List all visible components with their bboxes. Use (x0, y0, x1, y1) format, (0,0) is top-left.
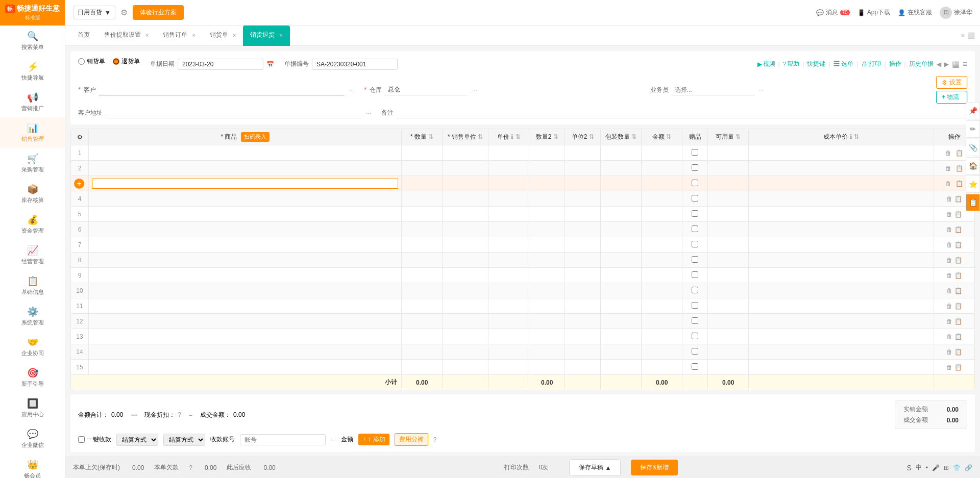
row-2-price[interactable] (488, 161, 529, 176)
status-icon-5[interactable]: ⊞ (944, 464, 949, 471)
row-1-price[interactable] (488, 145, 529, 161)
operation-action[interactable]: 操作 (889, 60, 901, 68)
row-1-amount[interactable] (642, 145, 682, 161)
salesperson-input[interactable] (672, 85, 754, 95)
status-icon-6[interactable]: 👕 (953, 464, 961, 471)
row-4-gift-checkbox[interactable] (692, 195, 698, 202)
row-1-qty[interactable] (402, 145, 443, 161)
note-input[interactable] (397, 108, 967, 118)
docnum-input[interactable] (312, 59, 398, 70)
row-2-qty[interactable] (402, 161, 443, 176)
float-icon-2[interactable]: ✏ (966, 120, 980, 138)
user-item[interactable]: 用 徐泽华 (940, 7, 972, 19)
row-2-qty2[interactable] (529, 161, 565, 176)
th-pack-qty-sort[interactable]: ⇅ (631, 133, 636, 140)
status-icon-3[interactable]: • (926, 464, 928, 471)
th-qty-sort[interactable]: ⇅ (428, 133, 433, 140)
row-1-pack-qty[interactable] (601, 145, 642, 161)
float-icon-1[interactable]: 📌 (966, 102, 980, 119)
float-icon-3[interactable]: 📎 (966, 139, 980, 156)
th-unit2-sort[interactable]: ⇅ (589, 133, 594, 140)
sidebar-item-operations[interactable]: 📈 经营管理 (0, 240, 65, 270)
float-icon-5[interactable]: ⭐ (966, 175, 980, 193)
row-12-copy[interactable]: 📋 (954, 318, 962, 325)
row-2-delete-icon[interactable]: 🗑 (945, 165, 951, 172)
row-10-delete[interactable]: 🗑 (946, 287, 952, 294)
sidebar-item-purchase[interactable]: 🛒 采购管理 (0, 148, 65, 179)
row-2-available[interactable] (708, 161, 749, 176)
float-icon-4[interactable]: 🏠 (966, 157, 980, 174)
select-action[interactable]: ☰ 选单 (834, 60, 853, 68)
row-4-delete[interactable]: 🗑 (946, 195, 952, 203)
prev-doc-icon[interactable]: ◀ (937, 61, 941, 68)
table-gear-icon[interactable]: ⚙ (77, 134, 83, 141)
sidebar-item-system[interactable]: ⚙️ 系统管理 (0, 301, 65, 332)
row-7-delete[interactable]: 🗑 (946, 241, 952, 248)
status-icon-4[interactable]: 🎤 (932, 464, 940, 471)
salesperson-ellipsis[interactable]: ··· (759, 86, 764, 93)
row-6-delete[interactable]: 🗑 (946, 226, 952, 233)
account-input[interactable] (240, 434, 326, 445)
row-13-gift-checkbox[interactable] (692, 333, 698, 339)
row-15-delete[interactable]: 🗑 (946, 364, 952, 371)
row-3-copy-icon[interactable]: 📋 (955, 180, 963, 187)
radio-return[interactable]: 退货单 (113, 57, 140, 66)
tab-close-all-icon[interactable]: × (961, 32, 965, 39)
row-3-price[interactable] (488, 176, 529, 191)
tab-maximize-icon[interactable]: ⬜ (967, 32, 975, 39)
row-3-unit[interactable] (443, 176, 488, 191)
row-1-copy-icon[interactable]: 📋 (955, 149, 963, 157)
tab-sales-delivery-close[interactable]: × (233, 32, 236, 38)
row-8-gift-checkbox[interactable] (692, 256, 698, 263)
warehouse-input[interactable] (385, 85, 468, 95)
row-12-delete[interactable]: 🗑 (946, 318, 952, 325)
sidebar-item-wechat[interactable]: 💬 企业微信 (0, 423, 65, 454)
row-3-pack-qty[interactable] (601, 176, 642, 191)
row-8-copy[interactable]: 📋 (954, 257, 962, 264)
th-available-sort[interactable]: ⇅ (736, 133, 741, 140)
float-icon-6[interactable]: 📋 (966, 194, 980, 211)
row-14-gift-checkbox[interactable] (692, 348, 698, 355)
row-10-gift-checkbox[interactable] (692, 287, 698, 293)
row-2-unit[interactable] (443, 161, 488, 176)
row-3-available[interactable] (708, 176, 749, 191)
row-2-product[interactable] (89, 161, 402, 176)
row-13-copy[interactable]: 📋 (954, 333, 962, 340)
message-item[interactable]: 💬 消息 70 (816, 8, 850, 17)
row-1-unit2[interactable] (565, 145, 601, 161)
add-row-button[interactable]: + (74, 179, 84, 189)
row-9-gift-checkbox[interactable] (692, 271, 698, 278)
calendar-icon[interactable]: 📅 (266, 61, 274, 68)
sidebar-item-marketing[interactable]: 📢 营销推广 (0, 87, 65, 117)
history-action[interactable]: 历史单据 (909, 60, 934, 68)
row-2-unit2[interactable] (565, 161, 601, 176)
customer-ellipsis[interactable]: ··· (349, 86, 354, 93)
video-action[interactable]: ▶ 视频 (757, 60, 775, 68)
row-5-delete[interactable]: 🗑 (946, 211, 952, 218)
th-cost-price-sort[interactable]: ⇅ (854, 133, 859, 140)
row-7-copy[interactable]: 📋 (954, 241, 962, 248)
row-3-qty2[interactable] (529, 176, 565, 191)
row-3-delete-icon[interactable]: 🗑 (945, 180, 951, 187)
row-3-product[interactable] (89, 176, 402, 191)
trial-button[interactable]: 体验行业方案 (133, 5, 184, 20)
app-download-item[interactable]: 📱 App下载 (857, 8, 890, 17)
status-icon-1[interactable]: S (906, 464, 911, 472)
one-click-collect-checkbox[interactable] (78, 436, 85, 443)
sidebar-item-basic[interactable]: 📋 基础信息 (0, 270, 65, 301)
row-1-gift-checkbox[interactable] (692, 149, 698, 156)
next-doc-icon[interactable]: ▶ (944, 61, 949, 68)
one-click-collect-label[interactable]: 一键收款 (78, 435, 111, 444)
settlement-method-select[interactable]: 结算方式 (116, 434, 158, 446)
row-3-unit2[interactable] (565, 176, 601, 191)
row-3-product-input[interactable] (92, 179, 398, 189)
tab-price-setting[interactable]: 售价提取设置 × (97, 26, 156, 46)
online-service-item[interactable]: 👤 在线客服 (898, 8, 932, 17)
calc-method-select[interactable]: 结算方式 (163, 434, 205, 446)
row-1-unit[interactable] (443, 145, 488, 161)
tab-sales-return[interactable]: 销货退货 × (243, 26, 289, 46)
radio-sales-input[interactable] (78, 58, 85, 65)
row-6-gift-checkbox[interactable] (692, 225, 698, 232)
th-qty2-sort[interactable]: ⇅ (553, 133, 558, 140)
help-action[interactable]: ? 帮助 (783, 60, 800, 68)
